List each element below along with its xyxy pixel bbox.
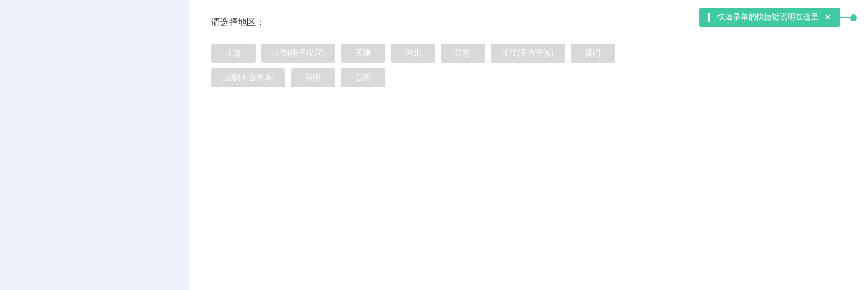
btn-hebei[interactable]: 河北 <box>391 44 435 63</box>
btn-zhejiang[interactable]: 浙江(不含宁波) <box>491 44 565 63</box>
region-row-2: 山东(不含青岛) 海南 云南 <box>211 68 846 87</box>
tooltip-connector-line <box>839 17 850 18</box>
btn-shandong[interactable]: 山东(不含青岛) <box>211 68 285 87</box>
btn-yunnan[interactable]: 云南 <box>341 68 385 87</box>
btn-jiangsu[interactable]: 江苏 <box>441 44 485 63</box>
btn-shanghai[interactable]: 上海 <box>211 44 256 63</box>
tooltip-text: 快速录单的快捷键说明在这里 <box>717 12 819 22</box>
btn-xiamen[interactable]: 厦门 <box>571 44 615 63</box>
btn-hainan[interactable]: 海南 <box>291 68 335 87</box>
tooltip-close-button[interactable]: × <box>824 13 831 22</box>
btn-shanghai-etax[interactable]: 上海(电子税局) <box>261 44 335 63</box>
tooltip-indicator-dot <box>850 14 857 21</box>
sidebar <box>0 0 189 290</box>
main-content: 请选择地区： 上海 上海(电子税局) 天津 河北 江苏 浙江(不含宁波) 厦门 … <box>189 0 868 290</box>
tooltip-banner: 快速录单的快捷键说明在这里 × <box>699 8 840 27</box>
region-row-1: 上海 上海(电子税局) 天津 河北 江苏 浙江(不含宁波) 厦门 <box>211 44 846 63</box>
btn-tianjin[interactable]: 天津 <box>341 44 385 63</box>
